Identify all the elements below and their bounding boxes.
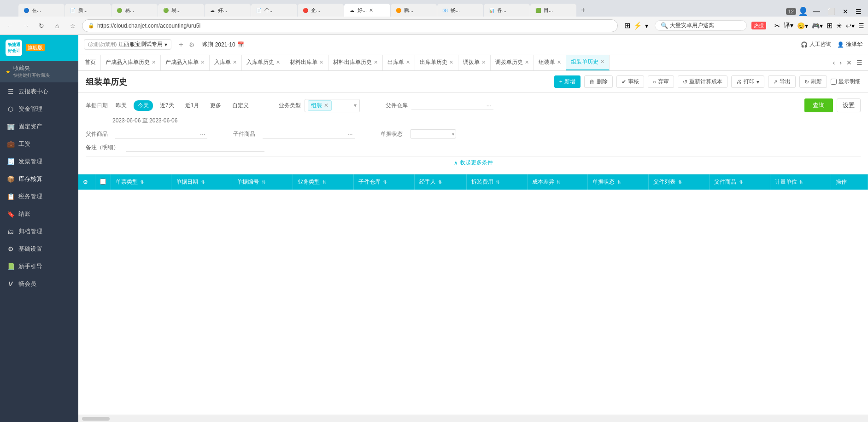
- browser-tab-7[interactable]: 🔴 企...: [298, 4, 344, 17]
- page-tab-assembly[interactable]: 组装单 ✕: [534, 55, 566, 70]
- page-tab-mat-out[interactable]: 材料出库单 ✕: [285, 55, 328, 70]
- page-tab-prod-in-history[interactable]: 产成品入库单历史 ✕: [101, 55, 161, 70]
- sidebar-item-fund[interactable]: ⬡ 资金管理: [0, 100, 78, 118]
- sidebar-item-tax[interactable]: 📋 税务管理: [0, 188, 78, 205]
- tabs-close-button[interactable]: ✕: [845, 58, 854, 67]
- grid-icon[interactable]: ⊞: [624, 21, 630, 30]
- out-history-close-icon[interactable]: ✕: [449, 59, 453, 65]
- page-tab-in-history[interactable]: 入库单历史 ✕: [242, 55, 285, 70]
- page-tab-in-order[interactable]: 入库单 ✕: [210, 55, 242, 70]
- in-order-close-icon[interactable]: ✕: [233, 59, 237, 65]
- tabs-menu-button[interactable]: ☰: [855, 58, 864, 67]
- minimize-icon[interactable]: —: [810, 6, 823, 17]
- settings-button[interactable]: 设置: [837, 98, 861, 112]
- new-button[interactable]: + 新增: [554, 75, 581, 88]
- biz-type-remove-icon[interactable]: ✕: [324, 102, 328, 109]
- today-btn[interactable]: 今天: [134, 100, 153, 111]
- delete-button[interactable]: 🗑 删除: [584, 75, 613, 88]
- browser-tab-10[interactable]: 📧 畅...: [437, 4, 483, 17]
- user-info[interactable]: 👤 徐泽华: [837, 40, 862, 48]
- tab8-close-icon[interactable]: ✕: [369, 7, 373, 13]
- print-button[interactable]: 🖨 打印 ▾: [731, 75, 764, 88]
- close-window-icon[interactable]: ✕: [840, 7, 851, 16]
- sidebar-item-guide[interactable]: 📗 新手引导: [0, 258, 78, 275]
- bookmark-star-button[interactable]: ☆: [66, 19, 79, 32]
- sidebar-item-fixed-asset[interactable]: 🏢 固定资产: [0, 118, 78, 135]
- back-button[interactable]: ←: [4, 19, 17, 32]
- page-tab-home[interactable]: 首页: [80, 55, 101, 70]
- show-detail-checkbox[interactable]: [831, 79, 837, 85]
- col-parent-list[interactable]: 父件列表 ⇅: [649, 174, 710, 190]
- browser-tab-5[interactable]: ☁ 好...: [205, 4, 251, 17]
- select-all-checkbox[interactable]: [100, 179, 106, 185]
- new-tab-button[interactable]: +: [577, 4, 590, 17]
- sidebar-item-invoice[interactable]: 🧾 发票管理: [0, 153, 78, 170]
- add-company-btn[interactable]: +: [179, 40, 183, 49]
- browser-tab-12[interactable]: 🟩 目...: [530, 4, 576, 17]
- lightning-icon[interactable]: ⚡: [633, 21, 642, 30]
- period-selector[interactable]: 账期 2021-10 📅: [202, 40, 244, 48]
- yesterday-btn[interactable]: 昨天: [111, 100, 131, 111]
- page-tab-prod-in[interactable]: 产成品入库单 ✕: [161, 55, 210, 70]
- browser-tab-4[interactable]: 🟢 易...: [158, 4, 204, 17]
- col-bill-status[interactable]: 单据状态 ⇅: [588, 174, 649, 190]
- sidebar-item-checkout[interactable]: 🔖 结账: [0, 205, 78, 223]
- browser-tab-9[interactable]: 🟠 腾...: [391, 4, 437, 17]
- col-bill-no[interactable]: 单据编号 ⇅: [232, 174, 293, 190]
- chevron-down-icon[interactable]: ▾: [645, 22, 648, 29]
- forward-button[interactable]: →: [19, 19, 32, 32]
- parent-goods-input[interactable]: [115, 130, 198, 138]
- col-cost-diff[interactable]: 成本差异 ⇅: [527, 174, 588, 190]
- col-disassemble-fee[interactable]: 拆装费用 ⇅: [466, 174, 527, 190]
- page-tab-mat-out-history[interactable]: 材料出库单历史 ✕: [328, 55, 383, 70]
- parent-warehouse-input[interactable]: [411, 101, 484, 110]
- col-biz-type[interactable]: 业务类型 ⇅: [293, 174, 354, 190]
- bill-status-select[interactable]: 全部 未审核 已审核: [410, 129, 456, 139]
- col-handler[interactable]: 经手人 ⇅: [414, 174, 466, 190]
- tabs-next-button[interactable]: ›: [838, 58, 844, 67]
- refresh-browser-button[interactable]: ↻: [35, 19, 48, 32]
- remark-input[interactable]: [126, 143, 264, 152]
- transfer-close-icon[interactable]: ✕: [481, 59, 486, 65]
- last1m-btn[interactable]: 近1月: [181, 100, 204, 111]
- recalc-button[interactable]: ↺ 重新计算成本: [678, 75, 727, 88]
- review-button[interactable]: ✔ 审核: [616, 75, 644, 88]
- page-tab-transfer-history[interactable]: 调拨单历史 ✕: [491, 55, 534, 70]
- mat-out-history-close-icon[interactable]: ✕: [374, 59, 378, 65]
- browser-tab-1[interactable]: 🔵 在...: [18, 4, 65, 17]
- transfer-history-close-icon[interactable]: ✕: [525, 59, 529, 65]
- abandon-button[interactable]: ○ 弃审: [648, 75, 674, 88]
- game-icon[interactable]: 🎮▾: [812, 22, 823, 29]
- more-date-btn[interactable]: 更多: [206, 100, 225, 111]
- table-checkbox-col[interactable]: [95, 174, 111, 190]
- query-button[interactable]: 查询: [804, 98, 833, 112]
- support-button[interactable]: 🎧 人工咨询: [801, 40, 832, 48]
- page-tab-out[interactable]: 出库单 ✕: [383, 55, 415, 70]
- home-button[interactable]: ⌂: [51, 19, 64, 32]
- sidebar-bookmark[interactable]: ★ 收藏夹 快捷键打开收藏夹: [0, 61, 78, 83]
- last7-btn[interactable]: 近7天: [156, 100, 178, 111]
- col-bill-type[interactable]: 单票类型 ⇅: [111, 174, 171, 190]
- page-tab-out-history[interactable]: 出库单历史 ✕: [415, 55, 458, 70]
- col-bill-date[interactable]: 单据日期 ⇅: [171, 174, 232, 190]
- assembly-history-close-icon[interactable]: ✕: [600, 59, 604, 65]
- refresh-page-button[interactable]: ↻ 刷新: [799, 75, 827, 88]
- parent-goods-ellipsis-icon[interactable]: ···: [198, 130, 207, 138]
- undo-icon[interactable]: ↩▾: [846, 22, 855, 29]
- child-goods-input[interactable]: [263, 130, 346, 138]
- company-selector[interactable]: (勿删勿禁用) 江西服宝测试专用 ▾: [84, 39, 171, 50]
- sidebar-item-member[interactable]: V 畅会员: [0, 275, 78, 293]
- browser-tab-6[interactable]: 📄 个...: [251, 4, 297, 17]
- col-parent-goods[interactable]: 父件商品 ⇅: [710, 174, 770, 190]
- assembly-close-icon[interactable]: ✕: [557, 59, 561, 65]
- in-history-close-icon[interactable]: ✕: [276, 59, 280, 65]
- tabs-prev-button[interactable]: ‹: [831, 58, 837, 67]
- sidebar-item-archive[interactable]: 🗂 归档管理: [0, 223, 78, 240]
- browser-tab-2[interactable]: 📄 新...: [65, 4, 111, 17]
- emoji-icon[interactable]: 😊▾: [797, 22, 808, 29]
- browser-tab-8[interactable]: ☁ 好... ✕: [344, 4, 390, 17]
- sidebar-item-settings[interactable]: ⚙ 基础设置: [0, 240, 78, 258]
- prod-in-close-icon[interactable]: ✕: [200, 59, 205, 65]
- out-close-icon[interactable]: ✕: [406, 59, 410, 65]
- company-settings-btn[interactable]: ⚙: [189, 41, 195, 48]
